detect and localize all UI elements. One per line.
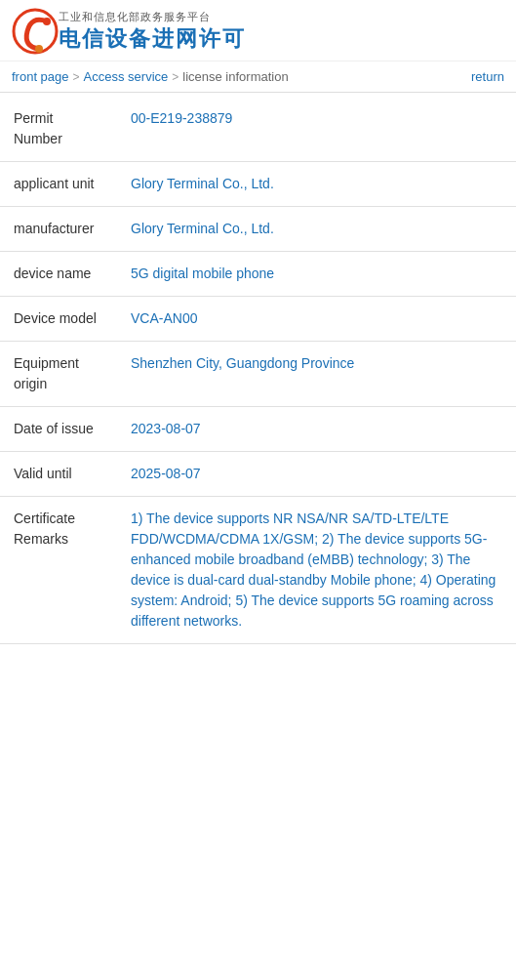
table-row: Date of issue2023-08-07 [0,407,516,452]
table-value-0: 00-E219-238879 [117,97,516,162]
table-row: manufacturerGlory Terminal Co., Ltd. [0,207,516,252]
breadcrumb-sep-2: > [172,70,179,84]
table-value-4: VCA-AN00 [117,297,516,342]
table-label-1: applicant unit [0,162,117,207]
table-label-7: Valid until [0,452,117,497]
table-row: Permit Number00-E219-238879 [0,97,516,162]
breadcrumb-sep-1: > [73,70,80,84]
breadcrumb-front-page[interactable]: front page [12,69,69,84]
table-row: Certificate Remarks1) The device support… [0,497,516,644]
license-info-table: Permit Number00-E219-238879applicant uni… [0,97,516,644]
header-subtitle: 工业和信息化部政务服务平台 [59,10,211,24]
table-row: Equipment originShenzhen City, Guangdong… [0,342,516,407]
table-value-1: Glory Terminal Co., Ltd. [117,162,516,207]
table-row: device name5G digital mobile phone [0,252,516,297]
table-value-8: 1) The device supports NR NSA/NR SA/TD-L… [117,497,516,644]
table-row: Valid until2025-08-07 [0,452,516,497]
table-label-0: Permit Number [0,97,117,162]
breadcrumb-return[interactable]: return [471,69,504,84]
header-title: 电信设备进网许可 [59,24,246,54]
page-header: 工业和信息化部政务服务平台 电信设备进网许可 [0,0,516,61]
table-value-7: 2025-08-07 [117,452,516,497]
table-value-5: Shenzhen City, Guangdong Province [117,342,516,407]
table-row: applicant unitGlory Terminal Co., Ltd. [0,162,516,207]
table-row: Device modelVCA-AN00 [0,297,516,342]
table-label-3: device name [0,252,117,297]
breadcrumb-access-service[interactable]: Access service [84,69,169,84]
table-label-6: Date of issue [0,407,117,452]
table-value-3: 5G digital mobile phone [117,252,516,297]
svg-point-2 [35,45,43,53]
table-value-6: 2023-08-07 [117,407,516,452]
table-label-2: manufacturer [0,207,117,252]
table-value-2: Glory Terminal Co., Ltd. [117,207,516,252]
svg-point-1 [43,18,51,25]
breadcrumb-license-info: license information [182,69,288,84]
header-text-block: 工业和信息化部政务服务平台 电信设备进网许可 [59,10,246,54]
table-label-5: Equipment origin [0,342,117,407]
table-label-8: Certificate Remarks [0,497,117,644]
logo-icon [12,8,59,55]
table-label-4: Device model [0,297,117,342]
breadcrumb: front page > Access service > license in… [0,61,516,93]
